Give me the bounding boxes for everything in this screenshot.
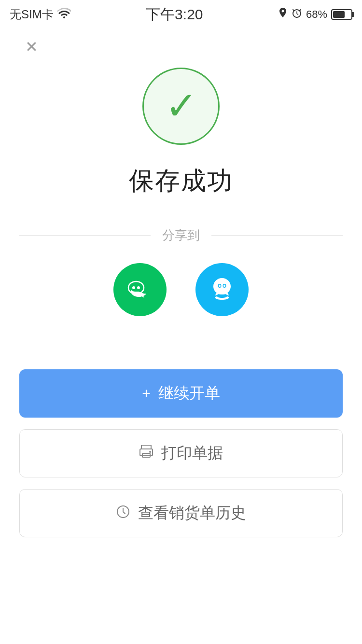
action-buttons: + 继续开单 打印单据 查看销货单历史 xyxy=(0,369,362,537)
divider-left xyxy=(19,235,151,236)
status-bar: 无SIM卡 下午3:20 68% xyxy=(0,0,362,29)
svg-point-11 xyxy=(149,451,151,453)
main-content: ✓ 保存成功 分享到 xyxy=(0,29,362,537)
share-divider-row: 分享到 xyxy=(0,227,362,244)
status-time: 下午3:20 xyxy=(146,5,203,25)
wechat-share-button[interactable] xyxy=(113,263,167,316)
battery-icon xyxy=(331,9,352,20)
location-icon xyxy=(278,8,288,21)
qq-share-button[interactable] xyxy=(195,263,249,316)
share-label: 分享到 xyxy=(151,227,211,244)
svg-rect-8 xyxy=(141,445,151,449)
status-right: 68% xyxy=(278,8,352,21)
success-title: 保存成功 xyxy=(129,164,233,198)
success-circle: ✓ xyxy=(142,68,220,145)
battery-percent: 68% xyxy=(306,8,327,21)
divider-right xyxy=(211,235,343,236)
status-left: 无SIM卡 xyxy=(10,7,71,22)
svg-point-3 xyxy=(137,286,140,289)
svg-point-7 xyxy=(223,285,225,287)
close-icon: ✕ xyxy=(25,39,38,55)
wifi-icon xyxy=(57,8,71,21)
print-icon xyxy=(139,445,153,462)
history-icon xyxy=(116,504,130,522)
carrier-text: 无SIM卡 xyxy=(10,7,54,22)
share-icons xyxy=(0,263,362,316)
plus-icon: + xyxy=(142,385,151,402)
history-button[interactable]: 查看销货单历史 xyxy=(19,489,343,537)
history-button-text: 查看销货单历史 xyxy=(138,503,246,524)
svg-point-6 xyxy=(219,285,221,287)
print-button[interactable]: 打印单据 xyxy=(19,429,343,477)
checkmark-icon: ✓ xyxy=(165,87,197,126)
continue-button-text: 继续开单 xyxy=(158,383,220,404)
print-button-text: 打印单据 xyxy=(161,443,223,464)
svg-point-2 xyxy=(132,286,135,289)
share-section: 分享到 xyxy=(0,227,362,316)
continue-button[interactable]: + 继续开单 xyxy=(19,369,343,418)
close-button[interactable]: ✕ xyxy=(19,35,43,59)
alarm-icon xyxy=(292,8,302,21)
